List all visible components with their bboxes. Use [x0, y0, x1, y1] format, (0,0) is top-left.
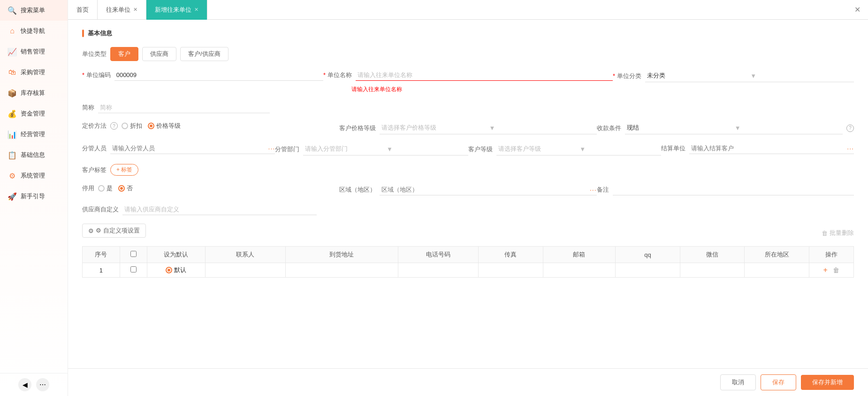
sidebar-item-sales[interactable]: 📈 销售管理: [0, 41, 68, 62]
pricing-help-icon[interactable]: ?: [110, 122, 118, 130]
operation-icon: 📊: [8, 130, 17, 139]
cancel-button[interactable]: 取消: [720, 374, 756, 390]
input-contact[interactable]: [227, 267, 264, 274]
input-fax[interactable]: [496, 267, 525, 274]
input-qq[interactable]: [633, 267, 662, 274]
td-phone[interactable]: [398, 263, 479, 278]
th-checkbox[interactable]: [130, 251, 137, 257]
custom-setting-btn[interactable]: ⚙ ⚙ 自定义项设置: [82, 224, 146, 238]
sidebar-item-quicknav[interactable]: ⌂ 快捷导航: [0, 21, 68, 41]
radio-disabled-yes[interactable]: 是: [98, 184, 113, 193]
label-short-name: 简称: [82, 103, 94, 112]
radio-disabled-yes-circle: [98, 185, 105, 192]
th-area: 所在地区: [745, 247, 809, 263]
sidebar-collapse-btn[interactable]: ◀: [18, 378, 31, 391]
td-area[interactable]: [745, 263, 809, 278]
form-group-disabled: 停用 是 否: [82, 184, 339, 193]
td-address[interactable]: [286, 263, 398, 278]
label-supplier-custom: 供应商自定义: [82, 205, 119, 214]
tab-partner-close[interactable]: ✕: [133, 7, 137, 13]
form-group-supplier-custom: 供应商自定义: [82, 204, 317, 215]
input-phone[interactable]: [419, 267, 457, 274]
form-group-customer-price-level: 客户价格等级 请选择客户价格等级 ▼: [339, 122, 596, 134]
section-bar: [82, 30, 84, 37]
sidebar-item-inventory[interactable]: 📦 库存核算: [0, 83, 68, 103]
input-area[interactable]: [763, 267, 791, 274]
radio-price-level[interactable]: 价格等级: [148, 122, 181, 130]
sidebar-item-basic[interactable]: 📋 基础信息: [0, 145, 68, 165]
select-department[interactable]: 请输入分管部门 ▼: [303, 143, 468, 155]
input-email[interactable]: [563, 267, 595, 274]
form-row-tag: 客户标签 + 标签: [82, 164, 854, 176]
th-check: [120, 247, 147, 263]
payment-help-icon[interactable]: ?: [846, 124, 854, 132]
label-customer-price-level: 客户价格等级: [339, 124, 376, 132]
basic-icon: 📋: [8, 150, 17, 160]
radio-disabled-no[interactable]: 否: [118, 184, 133, 193]
input-region[interactable]: [380, 184, 590, 195]
table-header-row: 序号 设为默认 联系人 到货地址 电话号码 传真 邮箱 qq 微信 所在地区 操…: [83, 247, 854, 263]
unit-btn-supplier[interactable]: 供应商: [142, 47, 176, 61]
select-customer-level[interactable]: 请选择客户等级 ▼: [496, 143, 661, 155]
tab-new-partner[interactable]: 新增往来单位 ✕: [146, 0, 207, 20]
tab-new-partner-close[interactable]: ✕: [194, 7, 198, 13]
disabled-radio-group: 是 否: [98, 184, 133, 193]
input-settlement[interactable]: [689, 143, 847, 154]
input-unit-code[interactable]: [114, 70, 323, 81]
th-email: 邮箱: [543, 247, 616, 263]
tab-home[interactable]: 首页: [68, 0, 98, 20]
sidebar-item-system[interactable]: ⚙ 系统管理: [0, 165, 68, 186]
td-contact[interactable]: [205, 263, 286, 278]
input-remark[interactable]: [613, 184, 854, 195]
row-delete-btn[interactable]: 🗑: [833, 266, 839, 274]
select-unit-category[interactable]: 未分类 ▼: [645, 70, 854, 82]
label-department: 分管部门: [275, 145, 299, 154]
form-row-disabled-region: 停用 是 否 区域（地区） ···: [82, 184, 854, 195]
input-wechat[interactable]: [698, 267, 726, 274]
input-address[interactable]: [313, 267, 370, 274]
select-payment-terms[interactable]: 现结 ▼: [625, 122, 843, 134]
row-add-btn[interactable]: +: [823, 266, 827, 274]
input-manager[interactable]: [110, 143, 268, 154]
region-dots[interactable]: ···: [590, 186, 597, 194]
main-panel: 首页 往来单位 ✕ 新增往来单位 ✕ ✕ 基本信息 单位类型 客户 供应商 客户…: [68, 0, 868, 396]
unit-btn-both[interactable]: 客户/供应商: [180, 47, 228, 61]
tab-partner[interactable]: 往来单位 ✕: [98, 0, 146, 20]
sidebar-more-btn[interactable]: ⋯: [36, 378, 49, 391]
row-default-radio[interactable]: [166, 267, 172, 273]
sidebar-item-finance[interactable]: 💰 资金管理: [0, 103, 68, 124]
label-unit-type: 单位类型: [82, 50, 107, 58]
pricing-radio-group: 折扣 价格等级: [122, 122, 181, 130]
batch-delete-btn[interactable]: 🗑 批量删除: [822, 229, 854, 237]
td-qq[interactable]: [616, 263, 680, 278]
sidebar-item-search[interactable]: 🔍 搜索菜单: [0, 0, 68, 21]
sidebar-item-guide[interactable]: 🚀 新手引导: [0, 186, 68, 207]
batch-delete-icon: 🗑: [822, 230, 828, 237]
input-wrap-manager: ···: [110, 143, 275, 154]
settlement-dots[interactable]: ···: [847, 145, 854, 152]
radio-discount[interactable]: 折扣: [122, 122, 142, 130]
add-tag-btn[interactable]: + 标签: [110, 164, 138, 176]
input-short-name[interactable]: [98, 102, 270, 113]
form-row-unit-type: 单位类型 客户 供应商 客户/供应商: [82, 47, 854, 61]
unit-btn-customer[interactable]: 客户: [110, 47, 138, 61]
select-customer-price-level[interactable]: 请选择客户价格等级 ▼: [380, 122, 596, 134]
input-supplier-custom[interactable]: [122, 204, 317, 215]
save-new-button[interactable]: 保存并新增: [801, 375, 854, 390]
tab-bar-close-all[interactable]: ✕: [847, 5, 868, 14]
td-fax[interactable]: [479, 263, 543, 278]
label-unit-name: 单位名称: [323, 71, 352, 79]
th-seq: 序号: [83, 247, 120, 263]
save-button[interactable]: 保存: [761, 374, 796, 390]
td-email[interactable]: [543, 263, 616, 278]
sidebar-item-operation[interactable]: 📊 经营管理: [0, 124, 68, 145]
th-action: 操作: [809, 247, 853, 263]
td-wechat[interactable]: [680, 263, 745, 278]
label-unit-category: 单位分类: [613, 72, 641, 80]
inventory-icon: 📦: [8, 88, 17, 98]
input-unit-name[interactable]: [356, 70, 613, 81]
row-checkbox[interactable]: [130, 266, 137, 272]
sidebar-item-purchase[interactable]: 🛍 采购管理: [0, 62, 68, 83]
th-address: 到货地址: [286, 247, 398, 263]
manager-dots[interactable]: ···: [268, 145, 275, 152]
